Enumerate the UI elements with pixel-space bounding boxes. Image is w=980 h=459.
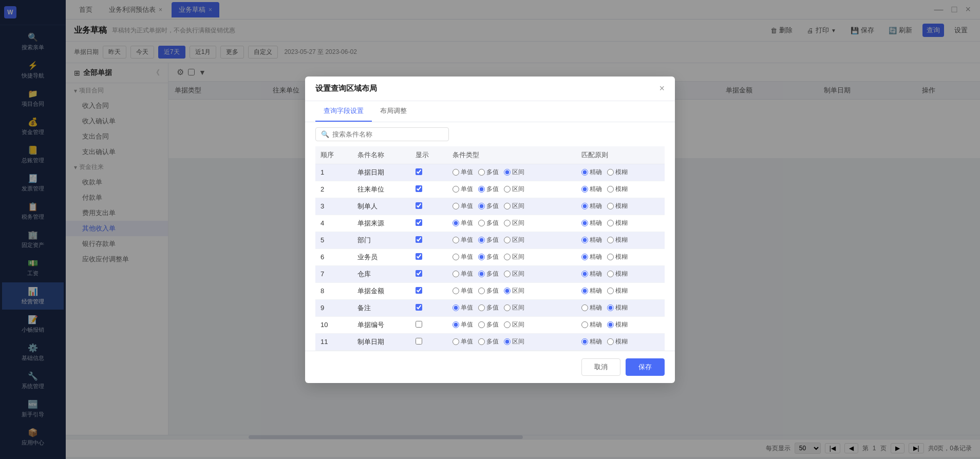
cell-order: 8 [315,282,352,299]
cell-match: 精确模糊 [576,299,665,316]
radio-match-item[interactable]: 精确 [581,236,602,244]
radio-condition-item[interactable]: 单值 [453,270,473,278]
radio-condition-item[interactable]: 区间 [504,202,524,211]
cell-order: 5 [315,232,352,248]
radio-match-item[interactable]: 模糊 [607,219,628,227]
radio-match-item[interactable]: 精确 [581,303,602,312]
radio-condition-item[interactable]: 单值 [453,202,473,211]
table-row: 4单据来源单值多值区间精确模糊 [315,215,665,232]
radio-condition-item[interactable]: 多值 [478,168,499,177]
radio-condition-item[interactable]: 区间 [504,303,524,312]
dialog-title: 设置查询区域布局 [315,84,377,93]
radio-match-item[interactable]: 精确 [581,253,602,261]
radio-condition-item[interactable]: 区间 [504,320,524,329]
radio-match-item[interactable]: 精确 [581,185,602,194]
radio-condition-item[interactable]: 单值 [453,286,473,295]
cell-condition: 单值多值区间 [447,282,576,299]
radio-condition-item[interactable]: 多值 [478,320,499,329]
cell-condition: 单值多值区间 [447,248,576,265]
radio-condition-item[interactable]: 区间 [504,253,524,261]
show-checkbox[interactable] [416,304,422,311]
cell-show [410,282,447,299]
tab-layout-settings[interactable]: 布局调整 [372,101,415,122]
radio-match-item[interactable]: 模糊 [607,236,628,244]
table-row: 3制单人单值多值区间精确模糊 [315,198,665,215]
radio-match-item[interactable]: 模糊 [607,337,628,346]
radio-condition-item[interactable]: 多值 [478,236,499,244]
cell-condition: 单值多值区间 [447,333,576,350]
cell-match: 精确模糊 [576,282,665,299]
show-checkbox[interactable] [416,270,422,277]
radio-match-item[interactable]: 模糊 [607,253,628,261]
radio-condition-item[interactable]: 单值 [453,303,473,312]
show-checkbox[interactable] [416,185,422,192]
show-checkbox[interactable] [416,253,422,260]
cell-condition: 单值多值区间 [447,316,576,333]
radio-match-item[interactable]: 精确 [581,270,602,278]
radio-condition-item[interactable]: 多值 [478,286,499,295]
cell-show [410,333,447,350]
radio-condition-item[interactable]: 区间 [504,168,524,177]
cell-name: 制单人 [352,198,410,215]
radio-match-item[interactable]: 模糊 [607,320,628,329]
settings-table: 顺序 条件名称 显示 条件类型 匹配原则 1单据日期单值多值区间精确模糊2往来单… [315,146,665,351]
radio-match-item[interactable]: 精确 [581,219,602,227]
radio-condition-item[interactable]: 区间 [504,286,524,295]
radio-condition-item[interactable]: 区间 [504,185,524,194]
radio-condition-item[interactable]: 多值 [478,303,499,312]
radio-match-item[interactable]: 精确 [581,286,602,295]
show-checkbox[interactable] [416,219,422,226]
cell-match: 精确模糊 [576,215,665,232]
radio-match-item[interactable]: 精确 [581,168,602,177]
radio-condition-item[interactable]: 多值 [478,202,499,211]
cancel-button[interactable]: 取消 [581,358,620,376]
show-checkbox[interactable] [416,287,422,294]
radio-condition-item[interactable]: 多值 [478,253,499,261]
radio-match-item[interactable]: 精确 [581,320,602,329]
cell-name: 单据编号 [352,316,410,333]
cell-condition: 单值多值区间 [447,299,576,316]
radio-match-item[interactable]: 模糊 [607,270,628,278]
dialog-search-input[interactable] [332,130,443,138]
radio-condition-item[interactable]: 多值 [478,185,499,194]
dialog-save-button[interactable]: 保存 [626,358,665,376]
radio-condition-item[interactable]: 区间 [504,337,524,346]
radio-match-item[interactable]: 精确 [581,202,602,211]
radio-match-item[interactable]: 模糊 [607,168,628,177]
tab-field-settings[interactable]: 查询字段设置 [315,101,372,122]
radio-match-item[interactable]: 模糊 [607,286,628,295]
radio-match-item[interactable]: 模糊 [607,303,628,312]
show-checkbox[interactable] [416,236,422,243]
radio-condition-item[interactable]: 单值 [453,185,473,194]
radio-condition-item[interactable]: 单值 [453,320,473,329]
dialog-body: 查询字段设置 布局调整 🔍 顺序 条件名称 显示 [305,101,675,351]
show-checkbox[interactable] [416,321,422,328]
radio-match-item[interactable]: 模糊 [607,202,628,211]
cell-name: 单据来源 [352,215,410,232]
dialog-overlay[interactable]: 设置查询区域布局 × 查询字段设置 布局调整 🔍 [0,0,980,459]
dialog-close-button[interactable]: × [659,84,665,93]
radio-condition-item[interactable]: 区间 [504,236,524,244]
show-checkbox[interactable] [416,168,422,175]
radio-condition-item[interactable]: 多值 [478,270,499,278]
cell-condition: 单值多值区间 [447,232,576,248]
radio-condition-item[interactable]: 单值 [453,337,473,346]
show-checkbox[interactable] [416,202,422,209]
radio-condition-item[interactable]: 多值 [478,337,499,346]
radio-condition-item[interactable]: 单值 [453,219,473,227]
radio-match-item[interactable]: 模糊 [607,185,628,194]
radio-condition-item[interactable]: 单值 [453,168,473,177]
radio-condition-item[interactable]: 单值 [453,236,473,244]
radio-condition-item[interactable]: 区间 [504,219,524,227]
cell-condition: 单值多值区间 [447,164,576,181]
cell-condition: 单值多值区间 [447,215,576,232]
radio-match-item[interactable]: 精确 [581,337,602,346]
radio-condition-item[interactable]: 多值 [478,219,499,227]
radio-condition-item[interactable]: 区间 [504,270,524,278]
cell-match: 精确模糊 [576,333,665,350]
show-checkbox[interactable] [416,338,422,345]
cell-show [410,232,447,248]
cell-order: 7 [315,265,352,282]
cell-condition: 单值多值区间 [447,198,576,215]
radio-condition-item[interactable]: 单值 [453,253,473,261]
